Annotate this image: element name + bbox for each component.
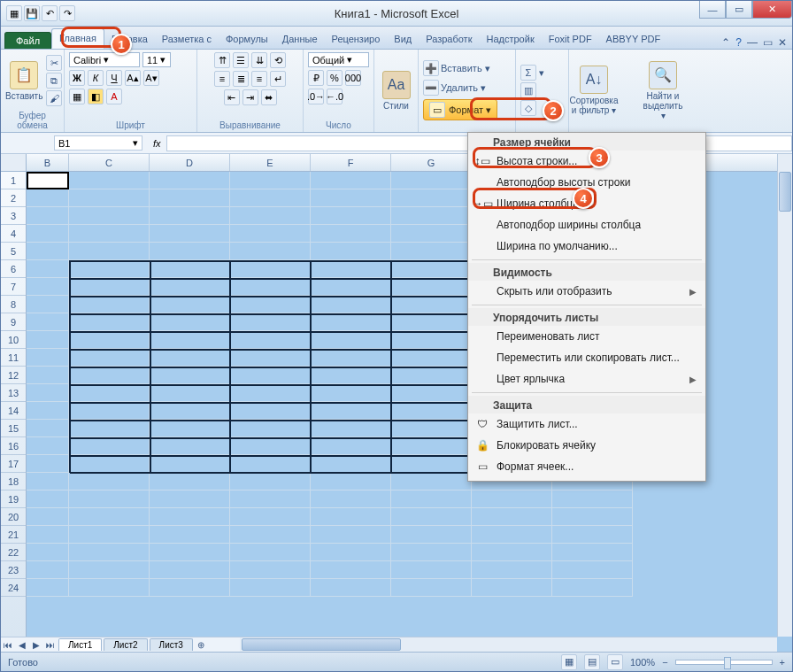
tab-file[interactable]: Файл bbox=[4, 32, 51, 49]
h-scroll-thumb[interactable] bbox=[242, 638, 401, 651]
cell[interactable] bbox=[69, 579, 150, 597]
increase-decimal-icon[interactable]: .0→ bbox=[308, 89, 324, 104]
doc-minimize-icon[interactable]: — bbox=[747, 36, 758, 49]
cell[interactable] bbox=[230, 526, 311, 544]
cell[interactable] bbox=[311, 225, 391, 243]
cell[interactable] bbox=[391, 189, 472, 207]
new-sheet-icon[interactable]: ⊕ bbox=[194, 640, 208, 650]
undo-icon[interactable]: ↶ bbox=[42, 5, 58, 21]
cell[interactable] bbox=[230, 579, 311, 597]
align-middle-icon[interactable]: ☰ bbox=[233, 52, 249, 68]
cell[interactable] bbox=[311, 526, 391, 544]
cell[interactable] bbox=[150, 490, 230, 508]
cell[interactable] bbox=[150, 172, 230, 189]
cell[interactable] bbox=[391, 473, 472, 490]
font-size-select[interactable]: 11▾ bbox=[142, 52, 171, 67]
align-center-icon[interactable]: ≣ bbox=[233, 71, 249, 87]
row-header[interactable]: 5 bbox=[1, 243, 26, 260]
align-top-icon[interactable]: ⇈ bbox=[214, 52, 230, 68]
cell[interactable] bbox=[230, 473, 311, 490]
col-header[interactable]: C bbox=[69, 154, 150, 171]
cell[interactable] bbox=[150, 243, 230, 260]
cell[interactable] bbox=[27, 579, 69, 597]
underline-icon[interactable]: Ч bbox=[106, 70, 122, 86]
col-header[interactable]: E bbox=[230, 154, 311, 171]
cell[interactable] bbox=[150, 189, 230, 207]
paste-button[interactable]: 📋 Вставить bbox=[5, 61, 42, 101]
cell[interactable] bbox=[69, 473, 150, 490]
cells-insert-button[interactable]: ➕Вставить ▾ bbox=[423, 60, 497, 76]
sheet-tab-1[interactable]: Лист1 bbox=[58, 638, 102, 651]
row-header[interactable]: 1 bbox=[1, 172, 26, 189]
align-bottom-icon[interactable]: ⇊ bbox=[251, 52, 267, 68]
cell[interactable] bbox=[472, 579, 552, 597]
cell[interactable] bbox=[27, 420, 69, 437]
cell[interactable] bbox=[230, 490, 311, 508]
cell[interactable] bbox=[150, 579, 230, 597]
col-header[interactable]: D bbox=[150, 154, 230, 171]
cell[interactable] bbox=[27, 260, 69, 278]
cell[interactable] bbox=[230, 508, 311, 526]
cells-delete-button[interactable]: ➖Удалить ▾ bbox=[423, 80, 497, 96]
row-header[interactable]: 10 bbox=[1, 331, 26, 349]
cell[interactable] bbox=[230, 225, 311, 243]
cell[interactable] bbox=[472, 561, 552, 579]
cell[interactable] bbox=[27, 490, 69, 508]
row-header[interactable]: 2 bbox=[1, 189, 26, 207]
dd-hide-unhide[interactable]: Скрыть или отобразить▶ bbox=[468, 281, 705, 302]
cell[interactable] bbox=[552, 561, 633, 579]
dd-format-cells[interactable]: ▭Формат ячеек... bbox=[468, 456, 705, 477]
copy-icon[interactable]: ⧉ bbox=[46, 73, 62, 89]
tab-data[interactable]: Данные bbox=[275, 30, 325, 49]
cell[interactable] bbox=[69, 561, 150, 579]
cell[interactable] bbox=[391, 544, 472, 561]
currency-icon[interactable]: ₽ bbox=[308, 70, 324, 86]
row-header[interactable]: 21 bbox=[1, 526, 26, 544]
find-select-button[interactable]: 🔍 Найти и выделить ▾ bbox=[643, 61, 683, 120]
cell[interactable] bbox=[311, 490, 391, 508]
cell[interactable] bbox=[69, 207, 150, 225]
sheet-tab-3[interactable]: Лист3 bbox=[150, 638, 193, 651]
percent-icon[interactable]: % bbox=[327, 70, 343, 86]
tab-foxit[interactable]: Foxit PDF bbox=[542, 30, 599, 49]
row-header[interactable]: 13 bbox=[1, 384, 26, 402]
sheet-nav-prev[interactable]: ◀ bbox=[15, 640, 29, 650]
cell[interactable] bbox=[27, 189, 69, 207]
dd-rename-sheet[interactable]: Переименовать лист bbox=[468, 326, 705, 347]
tab-view[interactable]: Вид bbox=[387, 30, 419, 49]
dd-row-height[interactable]: ↕▭Высота строки... bbox=[468, 151, 705, 172]
cell[interactable] bbox=[391, 526, 472, 544]
row-header[interactable]: 17 bbox=[1, 455, 26, 473]
cell[interactable] bbox=[150, 473, 230, 490]
cell[interactable] bbox=[69, 243, 150, 260]
styles-button[interactable]: Аа Стили bbox=[379, 71, 413, 111]
row-header[interactable]: 22 bbox=[1, 544, 26, 561]
v-scroll-thumb[interactable] bbox=[779, 172, 791, 212]
cell[interactable] bbox=[27, 349, 69, 367]
align-right-icon[interactable]: ≡ bbox=[251, 71, 267, 87]
cell[interactable] bbox=[230, 189, 311, 207]
cell[interactable] bbox=[27, 313, 69, 331]
tab-formulas[interactable]: Формулы bbox=[219, 30, 275, 49]
zoom-out-icon[interactable]: − bbox=[662, 657, 667, 668]
col-header[interactable]: B bbox=[27, 154, 69, 171]
cell[interactable] bbox=[552, 526, 633, 544]
row-header[interactable]: 23 bbox=[1, 561, 26, 579]
clear-icon[interactable]: ◇ bbox=[520, 100, 536, 116]
decrease-decimal-icon[interactable]: ←.0 bbox=[327, 89, 343, 104]
cell[interactable] bbox=[230, 561, 311, 579]
doc-close-icon[interactable]: ✕ bbox=[778, 36, 787, 49]
cell[interactable] bbox=[472, 526, 552, 544]
row-header[interactable]: 3 bbox=[1, 207, 26, 225]
minimize-ribbon-icon[interactable]: ⌃ bbox=[721, 36, 730, 49]
dd-move-sheet[interactable]: Переместить или скопировать лист... bbox=[468, 347, 705, 368]
tab-pagelayout[interactable]: Разметка с bbox=[155, 30, 219, 49]
sheet-nav-next[interactable]: ▶ bbox=[29, 640, 43, 650]
comma-icon[interactable]: 000 bbox=[345, 70, 361, 86]
cut-icon[interactable]: ✂ bbox=[46, 55, 62, 71]
sheet-tab-2[interactable]: Лист2 bbox=[104, 638, 147, 651]
row-header[interactable]: 11 bbox=[1, 349, 26, 367]
autosum-icon[interactable]: Σ bbox=[520, 65, 536, 81]
dd-tab-color[interactable]: Цвет ярлычка▶ bbox=[468, 368, 705, 390]
cell[interactable] bbox=[472, 544, 552, 561]
